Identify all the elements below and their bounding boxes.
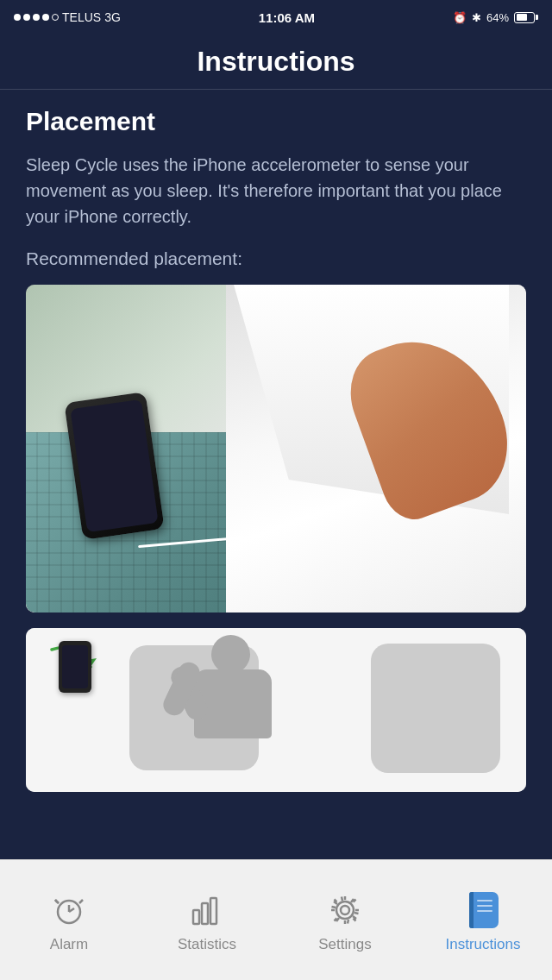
alarm-icon: ⏰ bbox=[453, 11, 467, 24]
placement-diagram bbox=[26, 628, 526, 792]
tab-bar: Alarm Statistics Settings bbox=[0, 859, 552, 980]
alarm-tab-label: Alarm bbox=[50, 936, 88, 953]
diagram-inner bbox=[26, 628, 526, 792]
tab-settings[interactable]: Settings bbox=[276, 860, 414, 980]
svg-rect-3 bbox=[202, 903, 208, 924]
instructions-tab-label: Instructions bbox=[446, 936, 521, 953]
settings-tab-label: Settings bbox=[318, 936, 371, 953]
signal-dot-1 bbox=[14, 14, 21, 21]
tab-instructions[interactable]: Instructions bbox=[414, 860, 552, 980]
signal-dot-3 bbox=[33, 14, 40, 21]
tab-alarm[interactable]: Alarm bbox=[0, 860, 138, 980]
battery-tip bbox=[536, 15, 538, 20]
signal-dot-4 bbox=[42, 14, 49, 21]
placement-photo-inner bbox=[26, 285, 526, 612]
svg-rect-4 bbox=[210, 898, 216, 924]
signal-dot-5 bbox=[52, 14, 59, 21]
statistics-tab-label: Statistics bbox=[178, 936, 236, 953]
tab-statistics[interactable]: Statistics bbox=[138, 860, 276, 980]
signal-strength bbox=[14, 14, 59, 21]
statistics-tab-icon bbox=[188, 891, 226, 929]
battery-icon bbox=[514, 12, 538, 23]
bluetooth-icon: ✱ bbox=[472, 11, 481, 24]
status-right: ⏰ ✱ 64% bbox=[453, 11, 538, 24]
svg-rect-2 bbox=[193, 910, 199, 924]
phone-diagram-small bbox=[59, 641, 91, 693]
svg-point-6 bbox=[336, 901, 354, 919]
battery-body bbox=[514, 12, 535, 23]
status-time: 11:06 AM bbox=[259, 10, 315, 25]
carrier-label: TELUS bbox=[62, 10, 101, 24]
placement-photo bbox=[26, 285, 526, 612]
section-body: Sleep Cycle uses the iPhone acceleromete… bbox=[26, 152, 526, 229]
recommended-label: Recommended placement: bbox=[26, 248, 526, 269]
content-area: Placement Sleep Cycle uses the iPhone ac… bbox=[0, 90, 552, 911]
alarm-tab-icon bbox=[50, 891, 88, 929]
page-title: Instructions bbox=[197, 46, 354, 78]
section-title: Placement bbox=[26, 107, 526, 136]
signal-dot-2 bbox=[23, 14, 30, 21]
battery-fill bbox=[517, 14, 527, 21]
battery-percent: 64% bbox=[486, 11, 509, 24]
network-label: 3G bbox=[104, 10, 121, 24]
settings-tab-icon bbox=[326, 891, 364, 929]
instructions-tab-icon bbox=[464, 891, 502, 929]
pillow-right bbox=[371, 644, 500, 773]
phone-screen bbox=[70, 399, 158, 532]
status-bar: TELUS 3G 11:06 AM ⏰ ✱ 64% bbox=[0, 0, 552, 35]
nav-bar: Instructions bbox=[0, 35, 552, 90]
status-left: TELUS 3G bbox=[14, 10, 121, 24]
svg-point-5 bbox=[341, 906, 349, 914]
